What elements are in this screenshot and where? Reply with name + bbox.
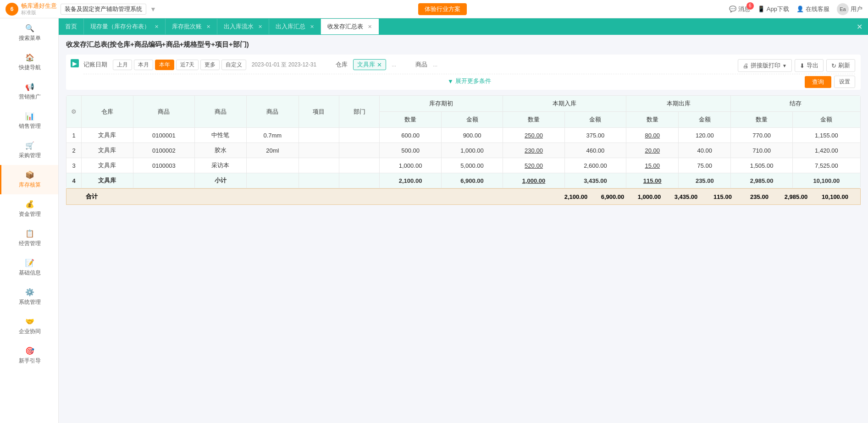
- logo-text: 畅库通好生意 标准版: [21, 2, 57, 16]
- td-in-amt: 3,435.00: [564, 173, 626, 188]
- trial-button[interactable]: 体验行业方案: [418, 3, 467, 15]
- tab-receive-summary[interactable]: 收发存汇总表 ✕: [321, 19, 379, 34]
- tab-close-flow[interactable]: ✕: [258, 24, 262, 30]
- filter-expand-arrow[interactable]: ▶: [71, 59, 79, 67]
- messages-item[interactable]: 💬 消息 6: [729, 5, 750, 13]
- tab-home[interactable]: 首页: [59, 19, 84, 34]
- top-bar-center: 体验行业方案: [418, 3, 467, 15]
- date-btn-custom[interactable]: 自定义: [221, 60, 246, 70]
- date-btn-prev-month[interactable]: 上月: [113, 60, 132, 70]
- page-title: 收发存汇总表(按仓库+商品编码+商品+规格型号+项目+部门): [66, 40, 861, 49]
- online-service-item[interactable]: 👤 在线客服: [796, 5, 829, 13]
- td-opening-qty: 500.00: [380, 143, 441, 158]
- sidebar-item-purchase[interactable]: 🛒 采购管理: [0, 136, 58, 165]
- td-balance-qty: 770.00: [731, 128, 792, 143]
- td-opening-amt: 1,000.00: [441, 143, 503, 158]
- tab-close-inventory-dist[interactable]: ✕: [155, 24, 159, 30]
- date-label: 记账日期: [83, 60, 107, 69]
- td-department: [339, 128, 380, 143]
- footer-label: 合计: [86, 192, 223, 201]
- footer-out-amt: 235.00: [741, 193, 778, 200]
- refresh-button[interactable]: ↻ 刷新: [826, 59, 855, 72]
- sidebar-label-operation: 经营管理: [19, 240, 41, 247]
- search-icon: 🔍: [25, 24, 34, 33]
- td-goods-name: 采访本: [195, 158, 247, 173]
- query-button[interactable]: 查询: [805, 76, 831, 88]
- print-button[interactable]: 🖨 拼接版打印 ▼: [738, 59, 792, 72]
- tab-batch[interactable]: 库存批次账 ✕: [166, 19, 217, 34]
- date-btn-more[interactable]: 更多: [200, 60, 220, 70]
- td-out-amt: 120.00: [679, 128, 731, 143]
- sidebar-item-sales[interactable]: 📊 销售管理: [0, 106, 58, 136]
- tab-flow[interactable]: 出入库流水 ✕: [217, 19, 269, 34]
- collab-icon: 🤝: [25, 317, 34, 326]
- baseinfo-icon: 📝: [25, 258, 34, 267]
- message-icon: 💬: [729, 5, 736, 12]
- dropdown-icon[interactable]: ▼: [150, 5, 156, 13]
- td-out-qty[interactable]: 80.00: [626, 128, 679, 143]
- th-goods-name: 商品: [195, 96, 247, 128]
- td-in-qty[interactable]: 1,000.00: [503, 173, 564, 188]
- sidebar-item-operation[interactable]: 📋 经营管理: [0, 224, 58, 253]
- tab-inventory-dist[interactable]: 现存量（库存分布表） ✕: [84, 19, 166, 34]
- tab-bar: 首页 现存量（库存分布表） ✕ 库存批次账 ✕ 出入库流水 ✕ 出入库汇总 ✕ …: [59, 18, 868, 35]
- app-download-item[interactable]: 📱 App下载: [757, 5, 789, 13]
- td-in-qty[interactable]: 230.00: [503, 143, 564, 158]
- td-project: [299, 143, 339, 158]
- warehouse-more[interactable]: ...: [392, 61, 396, 68]
- td-department: [339, 173, 380, 188]
- date-btn-this-year[interactable]: 本年: [155, 60, 174, 70]
- td-index: 2: [66, 143, 82, 158]
- tab-close-inout-summary[interactable]: ✕: [310, 24, 314, 30]
- td-balance-qty: 710.00: [731, 143, 792, 158]
- td-warehouse: 文具库: [82, 143, 133, 158]
- sidebar-label-quicknav: 快捷导航: [19, 64, 41, 71]
- td-out-qty[interactable]: 15.00: [626, 158, 679, 173]
- td-out-qty[interactable]: 20.00: [626, 143, 679, 158]
- tab-close-batch[interactable]: ✕: [206, 24, 210, 30]
- sidebar-item-baseinfo[interactable]: 📝 基础信息: [0, 253, 58, 282]
- export-button[interactable]: ⬇ 导出: [795, 59, 824, 72]
- user-item[interactable]: Ea 用户: [837, 3, 862, 15]
- guide-icon: 🎯: [25, 346, 34, 355]
- main-table: ⚙ 仓库 商品 商品 商品 项目 部门 库存期初 本期入库 本期出库 结存: [66, 95, 861, 188]
- sidebar-item-guide[interactable]: 🎯 新手引导: [0, 341, 58, 370]
- td-goods-spec: 0.7mm: [246, 128, 299, 143]
- td-balance-qty: 1,505.00: [731, 158, 792, 173]
- expand-more-conditions[interactable]: ▼ 展开更多条件: [83, 74, 855, 85]
- tab-inout-summary[interactable]: 出入库汇总 ✕: [269, 19, 321, 34]
- sidebar-item-collab[interactable]: 🤝 企业协同: [0, 312, 58, 341]
- top-bar-left: 6 畅库通好生意 标准版 装备及固定资产辅助管理系统 ▼: [6, 2, 156, 16]
- th-settings: ⚙: [66, 96, 82, 128]
- phone-icon: 📱: [757, 5, 765, 12]
- th-warehouse: 仓库: [82, 96, 133, 128]
- sidebar-item-system[interactable]: ⚙️ 系统管理: [0, 282, 58, 312]
- date-btn-7days[interactable]: 近7天: [176, 60, 199, 70]
- footer-in-amt: 3,435.00: [668, 193, 704, 200]
- settings-button[interactable]: 设置: [834, 76, 855, 88]
- td-out-amt: 40.00: [679, 143, 731, 158]
- sidebar-item-marketing[interactable]: 📢 营销推广: [0, 77, 58, 106]
- tab-close-receive-summary[interactable]: ✕: [368, 24, 372, 30]
- export-icon: ⬇: [800, 62, 805, 69]
- table-footer: 合计 2,100.00 6,900.00 1,000.00 3,435.00 1…: [66, 188, 861, 205]
- date-btn-this-month[interactable]: 本月: [134, 60, 153, 70]
- td-in-amt: 375.00: [564, 128, 626, 143]
- th-out-qty: 数量: [626, 112, 679, 128]
- sidebar-item-finance[interactable]: 💰 资金管理: [0, 194, 58, 224]
- date-range: 2023-01-01 至 2023-12-31: [252, 61, 316, 69]
- tab-close-all[interactable]: ✕: [851, 22, 868, 31]
- goods-more[interactable]: ...: [433, 61, 437, 68]
- td-out-qty[interactable]: 115.00: [626, 173, 679, 188]
- warehouse-remove[interactable]: ✕: [377, 61, 382, 68]
- sidebar-item-inventory[interactable]: 📦 库存核算: [0, 165, 58, 194]
- warehouse-value: 文具库: [357, 60, 375, 69]
- td-in-qty[interactable]: 520.00: [503, 158, 564, 173]
- operation-icon: 📋: [25, 229, 34, 238]
- sidebar-item-quicknav[interactable]: 🏠 快捷导航: [0, 48, 58, 77]
- sidebar-item-search[interactable]: 🔍 搜索菜单: [0, 18, 58, 48]
- purchase-icon: 🛒: [25, 141, 34, 150]
- td-in-qty[interactable]: 250.00: [503, 128, 564, 143]
- query-settings-buttons: 查询 设置: [805, 76, 855, 88]
- column-settings-icon[interactable]: ⚙: [71, 108, 77, 115]
